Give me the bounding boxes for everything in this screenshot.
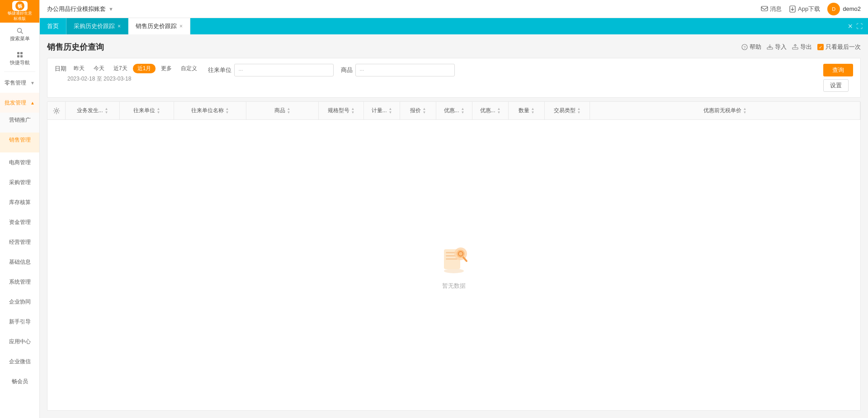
col-partner-code[interactable]: 往来单位 ▲▼ — [120, 102, 174, 119]
svg-rect-6 — [17, 55, 19, 57]
col-quote[interactable]: 报价 ▲▼ — [400, 102, 436, 119]
col-trade-type[interactable]: 交易类型 ▲▼ — [545, 102, 590, 119]
close-all-tabs-btn[interactable]: × — [848, 22, 853, 30]
sidebar-item-member[interactable]: 畅会员 — [0, 371, 39, 391]
sidebar-item-retail[interactable]: 零售管理 ▼ — [0, 73, 39, 93]
filter-left: 日期 昨天 今天 近7天 近1月 更多 自定义 2023-02-18 至 202… — [55, 64, 455, 83]
sidebar-item-ecommerce[interactable]: 电商管理 — [0, 152, 39, 172]
sidebar-item-marketing[interactable]: 营销推广 — [0, 113, 39, 133]
table-header: 业务发生... ▲▼ 往来单位 ▲▼ 往来单位名称 ▲▼ 商品 ▲▼ 规格型号 — [47, 102, 860, 120]
col-discount2[interactable]: 优惠... ▲▼ — [472, 102, 509, 119]
date-btn-7days[interactable]: 近7天 — [110, 64, 131, 73]
sidebar-item-enterprise[interactable]: 企业协同 — [0, 292, 39, 312]
sidebar-item-apps[interactable]: 应用中心 — [0, 332, 39, 352]
col-biz-date[interactable]: 业务发生... ▲▼ — [66, 102, 120, 119]
chevron-down-icon: ▼ — [108, 6, 113, 12]
date-btn-today[interactable]: 今天 — [90, 64, 108, 73]
app-selector[interactable]: 办公用品行业模拟账套 ▼ — [47, 5, 113, 13]
col-pretax-price[interactable]: 优惠前无税单价 ▲▼ — [590, 102, 860, 119]
goods-filter-input[interactable]: ··· — [355, 64, 455, 76]
sidebar-item-guide[interactable]: 新手引导 — [0, 312, 39, 332]
goods-filter-label: 商品 — [341, 66, 353, 74]
sidebar-item-wholesale[interactable]: 批发管理 ▲ — [0, 93, 39, 113]
retail-expand-icon: ▼ — [30, 81, 35, 86]
sidebar-item-operation[interactable]: 经营管理 — [0, 232, 39, 252]
col-partner-name[interactable]: 往来单位名称 ▲▼ — [174, 102, 246, 119]
main-area: 办公用品行业模拟账套 ▼ 消息 App下载 D demo2 首页 采购历史价跟踪… — [40, 0, 868, 418]
sort-icon-discount2: ▲▼ — [497, 107, 501, 114]
date-btn-yesterday[interactable]: 昨天 — [70, 64, 88, 73]
svg-rect-5 — [20, 52, 23, 54]
tab-sales-close[interactable]: × — [179, 23, 183, 29]
sidebar-divider-1 — [4, 71, 36, 72]
col-discount1[interactable]: 优惠... ▲▼ — [436, 102, 472, 119]
sidebar-item-wechat[interactable]: 企业微信 — [0, 352, 39, 371]
svg-rect-4 — [17, 52, 19, 54]
col-gear[interactable] — [47, 102, 66, 119]
col-unit[interactable]: 计量... ▲▼ — [364, 102, 400, 119]
wholesale-submenu: 营销推广 销售管理 — [0, 113, 39, 152]
only-last-checkbox[interactable]: ✓ — [817, 44, 824, 50]
app-selector-label: 办公用品行业模拟账套 — [47, 5, 106, 13]
partner-filter-input[interactable]: ··· — [234, 64, 334, 76]
col-qty[interactable]: 数量 ▲▼ — [509, 102, 545, 119]
empty-state: 暂无数据 — [47, 120, 860, 410]
svg-rect-7 — [20, 55, 23, 57]
sidebar-item-basic[interactable]: 基础信息 — [0, 252, 39, 272]
sort-icon-unit: ▲▼ — [389, 107, 392, 114]
help-icon: ? — [741, 44, 748, 50]
logo-icon: 畅 — [12, 1, 28, 11]
query-button[interactable]: 查询 — [823, 64, 853, 76]
empty-text: 暂无数据 — [442, 282, 466, 290]
help-btn[interactable]: ? 帮助 — [741, 43, 761, 51]
sort-icon-qty: ▲▼ — [531, 107, 535, 114]
app-download-btn[interactable]: App下载 — [789, 5, 820, 13]
export-btn[interactable]: 导出 — [792, 43, 812, 51]
date-btn-more[interactable]: 更多 — [157, 64, 175, 73]
message-btn[interactable]: 消息 — [761, 5, 782, 13]
svg-rect-15 — [793, 48, 798, 49]
date-filter: 日期 昨天 今天 近7天 近1月 更多 自定义 2023-02-18 至 202… — [55, 64, 201, 83]
sidebar-item-purchase[interactable]: 采购管理 — [0, 172, 39, 192]
sort-icon-discount1: ▲▼ — [461, 107, 465, 114]
date-btn-custom[interactable]: 自定义 — [177, 64, 201, 73]
col-goods[interactable]: 商品 ▲▼ — [246, 102, 319, 119]
col-spec[interactable]: 规格型号 ▲▼ — [319, 102, 364, 119]
sort-icon-spec: ▲▼ — [351, 107, 355, 114]
sort-icon-quote: ▲▼ — [423, 107, 426, 114]
sort-icon-biz-date: ▲▼ — [105, 107, 108, 114]
tab-home[interactable]: 首页 — [40, 18, 66, 34]
sidebar-item-search[interactable]: 搜索菜单 — [0, 23, 39, 47]
sidebar-item-sales-mgr[interactable]: 销售管理 — [0, 133, 39, 152]
import-btn[interactable]: 导入 — [767, 43, 787, 51]
date-btn-1month[interactable]: 近1月 — [133, 64, 156, 73]
header-actions: 消息 App下载 D demo2 — [761, 3, 861, 15]
message-icon — [761, 5, 768, 13]
date-filter-label: 日期 — [55, 65, 66, 73]
sidebar: 畅 畅捷通好生意 标准版 搜索菜单 快捷导航 零售管理 ▼ 批发管理 ▲ 营销推… — [0, 0, 40, 418]
page-title-row: 销售历史价查询 ? 帮助 导入 导出 ✓ 只看最后一次 — [47, 42, 861, 52]
tab-purchase[interactable]: 采购历史价跟踪 × — [66, 18, 128, 34]
sort-icon-trade-type: ▲▼ — [577, 107, 581, 114]
logo-svg: 畅 — [15, 1, 25, 11]
tab-sales[interactable]: 销售历史价跟踪 × — [128, 18, 190, 34]
tab-purchase-close[interactable]: × — [118, 23, 121, 29]
tab-bar-actions: × ⛶ — [842, 22, 868, 30]
settings-button[interactable]: 设置 — [823, 79, 849, 92]
maximize-btn[interactable]: ⛶ — [856, 23, 863, 30]
sort-icon-partner-code: ▲▼ — [157, 107, 160, 114]
sidebar-item-system[interactable]: 系统管理 — [0, 272, 39, 292]
sidebar-nav: 搜索菜单 快捷导航 零售管理 ▼ 批发管理 ▲ 营销推广 销售管理 电商管理 — [0, 23, 39, 418]
export-icon — [792, 44, 798, 50]
only-last-checkbox-label[interactable]: ✓ 只看最后一次 — [817, 43, 861, 51]
filter-area: 日期 昨天 今天 近7天 近1月 更多 自定义 2023-02-18 至 202… — [47, 58, 861, 98]
sidebar-item-quick[interactable]: 快捷导航 — [0, 47, 39, 71]
empty-state-svg — [436, 240, 472, 276]
partner-filter-label: 往来单位 — [208, 66, 231, 74]
user-avatar[interactable]: D demo2 — [827, 3, 861, 15]
app-logo: 畅 畅捷通好生意 标准版 — [0, 0, 39, 23]
app-name-label: 畅捷通好生意 标准版 — [8, 11, 32, 21]
svg-text:?: ? — [743, 45, 745, 50]
sidebar-item-finance[interactable]: 资金管理 — [0, 212, 39, 232]
sidebar-item-stock[interactable]: 库存核算 — [0, 192, 39, 212]
